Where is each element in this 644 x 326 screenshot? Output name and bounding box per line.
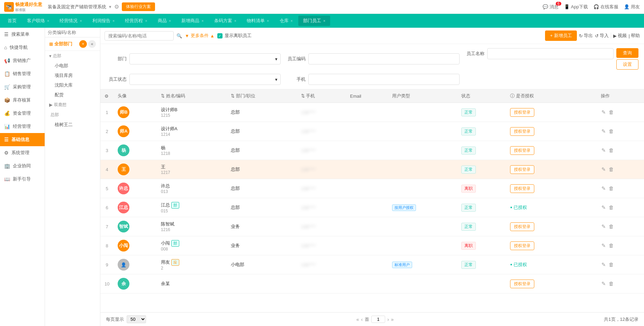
delete-button[interactable]: 🗑 [608, 185, 615, 192]
reset-button[interactable]: 设置 [616, 59, 638, 70]
edit-button[interactable]: ✎ [601, 185, 607, 192]
delete-button[interactable]: 🗑 [608, 261, 615, 268]
page-number-input[interactable] [371, 316, 385, 323]
close-icon[interactable]: × [201, 19, 203, 23]
experience-button[interactable]: 体验行业方案 [122, 2, 155, 11]
sidebar-item-operations[interactable]: 📊 经营管理 [0, 120, 45, 133]
sidebar-item-guide[interactable]: 📖 新手引导 [0, 173, 45, 186]
status-select[interactable]: ▾ [129, 74, 281, 85]
sidebar-item-purchase[interactable]: 🛒 采购管理 [0, 80, 45, 94]
sidebar-item-sales[interactable]: 📋 销售管理 [0, 67, 45, 80]
col-settings[interactable]: ⚙ [100, 89, 114, 103]
close-icon[interactable]: × [80, 19, 82, 23]
tab-profit-report[interactable]: 利润报告 × [88, 16, 119, 26]
delete-button[interactable]: 🗑 [608, 127, 615, 135]
sidebar-item-quick-nav[interactable]: ⌂ 快捷导航 [0, 41, 45, 54]
prev-page-button[interactable]: ‹ [361, 317, 363, 322]
dept-search-input[interactable] [48, 30, 100, 35]
message-item[interactable]: 💬 6 消息 [543, 4, 559, 10]
close-icon[interactable]: × [323, 19, 325, 23]
close-icon[interactable]: × [169, 19, 171, 23]
edit-button[interactable]: ✎ [601, 261, 607, 268]
tab-add-goods[interactable]: 新增商品 × [176, 16, 208, 26]
help-button[interactable]: | 帮助 [629, 33, 640, 39]
close-icon[interactable]: × [234, 19, 236, 23]
online-service-item[interactable]: 🎧 在线客服 [593, 4, 618, 10]
tab-home[interactable]: 首页 [3, 16, 21, 26]
tab-goods[interactable]: 商品 × [153, 16, 176, 26]
tab-operation-status[interactable]: 经营情况 × [55, 16, 87, 26]
edit-button[interactable]: ✎ [601, 242, 607, 249]
tab-customer[interactable]: 客户联络 × [22, 16, 54, 26]
dept-collapse-btn[interactable]: « [88, 40, 96, 48]
delete-button[interactable]: 🗑 [608, 242, 615, 249]
phone-input[interactable] [308, 74, 460, 85]
dept-item-zhishu[interactable]: 植树王二 [45, 120, 100, 130]
page-size-select[interactable]: 50 100 200 [127, 315, 146, 323]
app-download-item[interactable]: 📱 App下载 [564, 4, 588, 10]
auth-login-button[interactable]: 授权登录 [510, 146, 534, 155]
close-icon[interactable]: × [112, 19, 115, 23]
auth-login-button[interactable]: 授权登录 [510, 127, 534, 136]
show-resign-label[interactable]: ✓ 显示离职员工 [217, 33, 252, 39]
col-dept[interactable]: ⇅ 部门/职位 [227, 89, 297, 103]
dept-item-xiaodian[interactable]: 小电部 [45, 61, 100, 71]
search-input[interactable] [105, 31, 174, 41]
auth-login-button[interactable]: 授权登录 [510, 280, 534, 288]
edit-button[interactable]: ✎ [601, 223, 607, 230]
import-button[interactable]: ↺ 导入 [595, 33, 609, 39]
edit-button[interactable]: ✎ [601, 108, 607, 116]
col-name[interactable]: ⇅ 姓名/编码 [157, 89, 227, 103]
expand-icon[interactable]: ▶ [49, 102, 53, 107]
dept-add-btn[interactable]: + [79, 40, 87, 48]
sidebar-item-basic-info[interactable]: ☰ 基础信息 [0, 133, 45, 146]
sidebar-item-system[interactable]: ⚙ 系统管理 [0, 146, 45, 159]
sidebar-item-search[interactable]: ☰ 搜索菜单 [0, 28, 45, 41]
edit-button[interactable]: ✎ [601, 127, 607, 135]
edit-button[interactable]: ✎ [601, 280, 607, 288]
dept-select[interactable]: ▾ [129, 53, 281, 64]
delete-button[interactable]: 🗑 [608, 147, 615, 154]
category-search[interactable]: 🔍 [45, 28, 100, 37]
delete-button[interactable]: 🗑 [608, 204, 615, 211]
auth-login-button[interactable]: 授权登录 [510, 184, 534, 193]
close-icon[interactable]: × [145, 19, 147, 23]
export-button[interactable]: ↻ 导出 [579, 33, 593, 39]
show-resign-checkbox[interactable]: ✓ [217, 33, 223, 38]
query-button[interactable]: 查询 [616, 48, 638, 58]
dept-item-distribution[interactable]: 配货 [45, 90, 100, 100]
employee-code-input[interactable] [308, 53, 460, 64]
edit-button[interactable]: ✎ [601, 147, 607, 154]
auth-login-button[interactable]: 授权登录 [510, 108, 534, 117]
sidebar-item-finance[interactable]: 💰 资金管理 [0, 107, 45, 120]
delete-button[interactable]: 🗑 [608, 280, 615, 287]
add-employee-button[interactable]: + 新增员工 [545, 30, 577, 41]
col-phone[interactable]: ⇅ 手机 [297, 89, 346, 103]
sidebar-item-enterprise[interactable]: 🏢 企业协同 [0, 159, 45, 173]
sidebar-item-inventory[interactable]: 📦 库存核算 [0, 94, 45, 107]
video-button[interactable]: ▶ 视频 [613, 33, 627, 39]
tab-warehouse[interactable]: 仓库 × [275, 16, 298, 26]
filter-more-button[interactable]: ▼ 更多条件 ▲ [185, 33, 215, 39]
auth-login-button[interactable]: 授权登录 [510, 165, 534, 174]
user-item[interactable]: 👤 用友 [624, 4, 640, 10]
next-page-button[interactable]: › [387, 317, 389, 322]
auth-login-button[interactable]: 授权登录 [510, 222, 534, 231]
delete-button[interactable]: 🗑 [608, 223, 615, 230]
sidebar-item-marketing[interactable]: 📢 营销推广 [0, 54, 45, 67]
search-button[interactable]: 🔍 [176, 33, 182, 38]
employee-name-input[interactable] [487, 48, 614, 59]
close-icon[interactable]: × [267, 19, 269, 23]
settings-icon[interactable]: ⚙ [114, 3, 119, 10]
dept-item-shenyang[interactable]: 沈阳大库 [45, 80, 100, 90]
delete-button[interactable]: 🗑 [608, 166, 615, 173]
tab-bom[interactable]: 物料清单 × [242, 16, 274, 26]
collapse-icon[interactable]: ▾ [49, 53, 52, 59]
tab-operation-history[interactable]: 经营历程 × [120, 16, 152, 26]
dept-item-project[interactable]: 项目库房 [45, 71, 100, 80]
close-icon[interactable]: × [291, 19, 293, 23]
edit-button[interactable]: ✎ [601, 204, 607, 211]
close-icon[interactable]: × [47, 19, 49, 23]
first-page-button[interactable]: « [356, 317, 359, 322]
last-page-button[interactable]: » [391, 317, 394, 322]
